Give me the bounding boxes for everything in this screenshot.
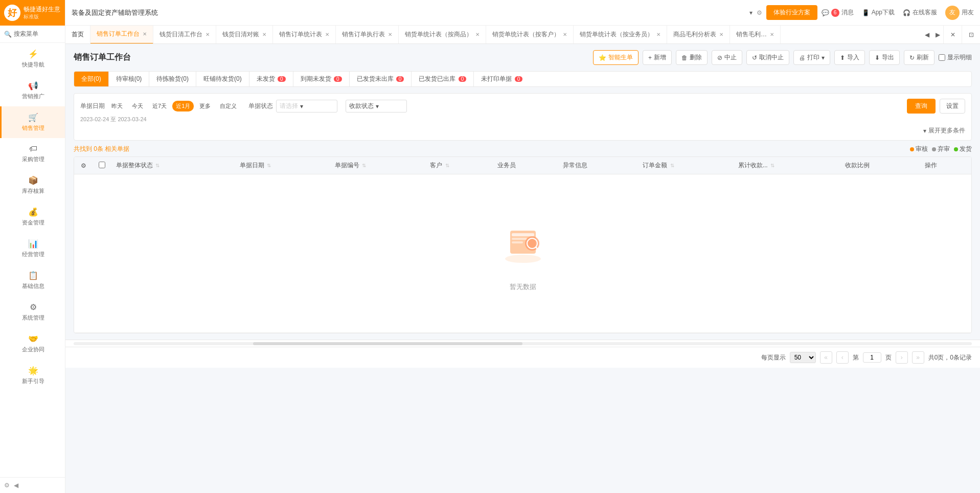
tab-close-cash-reconcile[interactable]: ✕ <box>262 32 266 37</box>
tab-close-cash-daily[interactable]: ✕ <box>206 32 210 37</box>
sub-tab-pending-check[interactable]: 待拣验货(0) <box>149 72 196 86</box>
sub-tab-sent-out[interactable]: 已发货已出库 0 <box>412 72 474 86</box>
th-settings[interactable]: ⚙ <box>74 157 93 174</box>
date-7days[interactable]: 近7天 <box>149 101 170 111</box>
query-button[interactable]: 查询 <box>907 99 936 114</box>
tab-close-sales-stat[interactable]: ✕ <box>325 32 329 37</box>
set-button[interactable]: 设置 <box>940 99 965 114</box>
delete-button[interactable]: 🗑 删除 <box>676 50 708 65</box>
prev-page-button[interactable]: ‹ <box>836 351 849 364</box>
tab-close-sales-exec[interactable]: ✕ <box>388 32 392 37</box>
sidebar-item-operations[interactable]: 📊 经营管理 <box>0 233 65 264</box>
sidebar-item-basic[interactable]: 📋 基础信息 <box>0 264 65 296</box>
sidebar-item-purchase[interactable]: 🏷 采购管理 <box>0 138 65 169</box>
add-button[interactable]: + 新增 <box>643 50 672 65</box>
tab-close-sales-product[interactable]: ✕ <box>475 32 480 37</box>
select-arrow-icon: ▾ <box>300 103 303 110</box>
cancel-stop-button[interactable]: ↺ 取消中止 <box>746 50 789 65</box>
th-checkbox[interactable] <box>93 157 111 174</box>
sub-tab-pending[interactable]: 待审核(0) <box>109 72 150 86</box>
tab-prev-button[interactable]: ◀ <box>922 26 932 44</box>
tab-home[interactable]: 首页 <box>65 26 90 44</box>
sub-tab-all[interactable]: 全部(0) <box>74 72 109 86</box>
scrollbar-thumb[interactable] <box>253 342 522 345</box>
print-button[interactable]: 🖨 打印 ▾ <box>793 50 830 65</box>
sidebar-item-sales[interactable]: 🛒 销售管理 <box>0 106 65 138</box>
first-page-button[interactable]: « <box>820 351 832 364</box>
page-size-select[interactable]: 50 20 100 <box>790 352 816 363</box>
tab-close-sales-order[interactable]: ✕ <box>143 31 147 37</box>
smart-generate-button[interactable]: ⭐ 智能生单 <box>593 50 639 65</box>
sub-tab-not-sent[interactable]: 未发货 0 <box>249 72 293 86</box>
refresh-button[interactable]: ↻ 刷新 <box>904 50 935 65</box>
page-content-area: 销售订单工作台 ⭐ 智能生单 + 新增 🗑 删除 ⊘ <box>65 44 980 493</box>
sidebar-item-system[interactable]: ⚙ 系统管理 <box>0 296 65 328</box>
tab-sales-product[interactable]: 销货单统计表（按商品） ✕ <box>399 26 486 44</box>
tab-close-sales-client[interactable]: ✕ <box>563 32 567 37</box>
sub-tab-overdue[interactable]: 到期未发货 0 <box>293 72 350 86</box>
tab-cash-reconcile[interactable]: 钱货日清对账 ✕ <box>216 26 273 44</box>
sort-amount-icon[interactable]: ⇅ <box>670 163 674 168</box>
expand-filters-button[interactable]: ▾ 展开更多条件 <box>923 126 965 135</box>
review-action-button[interactable]: 审核 <box>910 145 928 153</box>
date-1month[interactable]: 近1月 <box>172 101 194 111</box>
sort-status-icon[interactable]: ⇅ <box>155 163 159 168</box>
sidebar-item-finance[interactable]: 💰 资金管理 <box>0 201 65 233</box>
cancel-review-action-button[interactable]: 弃审 <box>932 145 950 153</box>
sidebar-item-inventory[interactable]: 📦 库存核算 <box>0 169 65 201</box>
stop-button[interactable]: ⊘ 中止 <box>712 50 742 65</box>
last-page-button[interactable]: » <box>912 351 924 364</box>
tab-sales-stat[interactable]: 销售订单统计表 ✕ <box>273 26 336 44</box>
tab-sales-more[interactable]: 销售毛利… ✕ <box>730 26 781 44</box>
page-number-input[interactable] <box>863 352 881 363</box>
user-menu[interactable]: 友 用友 <box>945 6 974 20</box>
sidebar: 好 畅捷通好生意 标准版 🔍 搜索菜单 ⚡ 营销推广 快捷导航 📢 营销推广 🛒… <box>0 0 65 493</box>
sort-customer-icon[interactable]: ⇅ <box>445 163 449 168</box>
empty-state: 暂无数据 <box>74 174 971 332</box>
sort-received-icon[interactable]: ⇅ <box>770 163 774 168</box>
settings-icon[interactable]: ⚙ <box>4 482 10 489</box>
tab-sales-client[interactable]: 销货单统计表（按客户） ✕ <box>486 26 574 44</box>
online-service-button[interactable]: 🎧 在线客服 <box>903 8 937 17</box>
sub-tab-wangpu[interactable]: 旺铺待发货(0) <box>196 72 249 86</box>
tab-sales-exec[interactable]: 销售订单执行表 ✕ <box>336 26 399 44</box>
tab-gross-profit[interactable]: 商品毛利分析表 ✕ <box>667 26 730 44</box>
tab-sales-order[interactable]: 销售订单工作台 ✕ <box>90 26 153 44</box>
tab-expand-button[interactable]: ⊡ <box>962 26 980 44</box>
tab-close-sales-staff[interactable]: ✕ <box>656 32 660 37</box>
tab-next-button[interactable]: ▶ <box>932 26 943 44</box>
sort-date-icon[interactable]: ⇅ <box>267 163 271 168</box>
gear-icon[interactable]: ⚙ <box>757 9 762 16</box>
send-action-button[interactable]: 发货 <box>954 145 972 153</box>
date-today[interactable]: 今天 <box>128 101 147 111</box>
import-button[interactable]: ⬆ 导入 <box>834 50 865 65</box>
sub-tab-sent-not-out[interactable]: 已发货未出库 0 <box>350 72 412 86</box>
app-download-button[interactable]: 📱 App下载 <box>862 8 895 17</box>
horizontal-scrollbar[interactable] <box>65 340 980 347</box>
status-select[interactable]: 请选择 ▾ <box>276 100 337 113</box>
system-dropdown[interactable]: ▾ <box>749 9 753 16</box>
sidebar-item-collab[interactable]: 🤝 企业协同 <box>0 328 65 360</box>
sidebar-item-guide[interactable]: 🌟 新手引导 <box>0 360 65 391</box>
date-custom[interactable]: 自定义 <box>216 101 240 111</box>
sort-number-icon[interactable]: ⇅ <box>362 163 366 168</box>
industry-solution-button[interactable]: 体验行业方案 <box>766 5 817 20</box>
tab-sales-staff[interactable]: 销货单统计表（按业务员） ✕ <box>574 26 667 44</box>
tab-close-all-button[interactable]: ✕ <box>943 26 962 44</box>
svg-rect-2 <box>512 233 534 236</box>
export-button[interactable]: ⬇ 导出 <box>869 50 900 65</box>
message-button[interactable]: 💬 6 消息 <box>822 8 854 17</box>
search-menu[interactable]: 🔍 搜索菜单 <box>0 26 65 43</box>
tab-cash-daily[interactable]: 钱货日清工作台 ✕ <box>153 26 216 44</box>
tab-close-sales-more[interactable]: ✕ <box>770 32 774 37</box>
collapse-icon[interactable]: ◀ <box>14 482 18 489</box>
tab-close-gross-profit[interactable]: ✕ <box>719 32 723 37</box>
sidebar-item-quick-nav[interactable]: ⚡ 营销推广 快捷导航 <box>0 43 65 75</box>
date-yesterday[interactable]: 昨天 <box>108 101 126 111</box>
sidebar-item-marketing[interactable]: 📢 营销推广 <box>0 75 65 106</box>
payment-status-select[interactable]: 收款状态 ▾ <box>346 100 407 113</box>
next-page-button[interactable]: › <box>896 351 908 364</box>
date-more[interactable]: 更多 <box>196 101 214 111</box>
sub-tab-not-printed[interactable]: 未打印单据 0 <box>474 72 530 86</box>
show-detail-checkbox[interactable]: 显示明细 <box>939 53 972 62</box>
